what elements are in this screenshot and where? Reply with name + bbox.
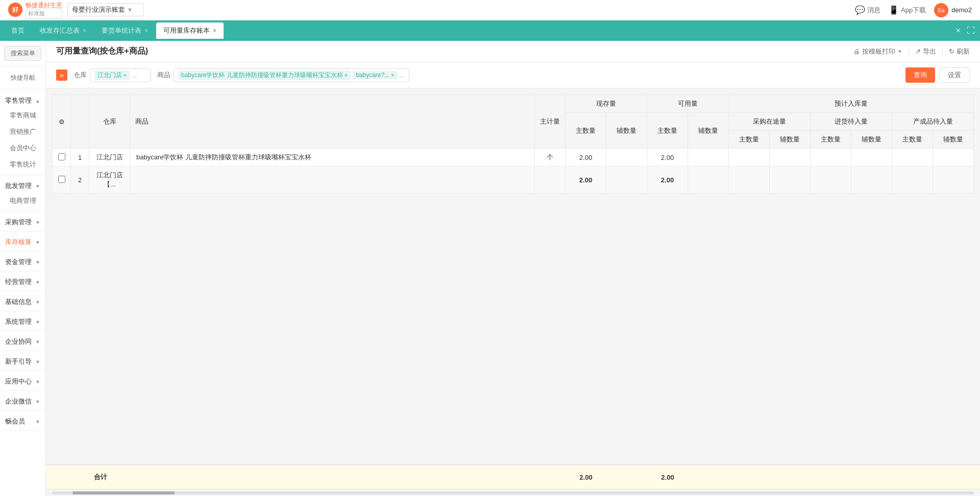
double-arrow-icon: » [60, 71, 64, 79]
product-tag-babycare: babycare学饮杯 儿童防摔防撞吸管杯重力球吸嘴杯宝宝水杯 × [178, 70, 351, 80]
print-label: 按模板打印 [862, 47, 895, 56]
divider-2 [942, 48, 943, 55]
app-download-label: App下载 [901, 6, 926, 15]
industry-select[interactable]: 母婴行业演示账套 ▼ [67, 3, 144, 16]
user-avatar-area[interactable]: Ea demo2 [934, 3, 972, 17]
sidebar-search-area: 搜索菜单 [0, 41, 45, 66]
industry-select-text: 母婴行业演示账套 [72, 5, 125, 14]
tabbar-actions: × ⛶ [955, 25, 976, 36]
logo-area: 好 畅捷通好生意 标准版 [8, 2, 62, 18]
sidebar-group-operation-header[interactable]: 经营管理 ▼ [0, 273, 45, 289]
sidebar-group-finance-header[interactable]: 资金管理 ▼ [0, 253, 45, 269]
sidebar-group-guide-header[interactable]: 新手引导 ▼ [0, 353, 45, 368]
search-menu-button[interactable]: 搜索菜单 [4, 46, 41, 61]
sidebar-group-wholesale-header[interactable]: 批发管理 ▼ [0, 177, 45, 193]
footer-label: 合计 [89, 469, 130, 485]
filter-expand-button[interactable]: » [56, 69, 67, 81]
tab-home-label: 首页 [11, 26, 24, 35]
sidebar-group-collab-header[interactable]: 企业协同 ▼ [0, 333, 45, 348]
footer-empty-1 [52, 469, 70, 485]
scrollbar-thumb[interactable] [72, 491, 175, 494]
row-2-available-main: 2.00 [647, 167, 688, 194]
export-button[interactable]: ↗ 导出 [915, 47, 936, 56]
table-header-purchased-transit: 采购在途量 [729, 113, 811, 131]
table-header-finished-sub: 辅数量 [933, 131, 974, 149]
row-1-checkbox[interactable] [53, 149, 71, 167]
close-all-tabs-button[interactable]: × [955, 25, 962, 36]
logo-text-line1: 畅捷通好生意 [26, 2, 62, 9]
chevron-up-icon: ▲ [35, 98, 40, 104]
table-header-available-sub: 辅数量 [688, 113, 729, 149]
refresh-label: 刷新 [957, 47, 970, 56]
warehouse-tags-input[interactable]: 江北门店 × ... [90, 68, 151, 82]
warehouse-filter: 仓库 江北门店 × ... [74, 68, 151, 82]
footer-available-main: 2.00 [647, 469, 688, 485]
sidebar-group-appstore-label: 应用中心 [5, 377, 32, 386]
row-2-finished-main [892, 167, 933, 194]
horizontal-scrollbar[interactable] [46, 489, 980, 496]
table-header-finished-main: 主数量 [892, 131, 933, 149]
row-1-goods-main [811, 149, 851, 167]
sidebar-item-ecommerce[interactable]: 电商管理 [0, 193, 45, 209]
settings-button[interactable]: 设置 [939, 67, 970, 83]
sidebar-item-member-center[interactable]: 会员中心 [0, 140, 45, 156]
warehouse-more-button[interactable]: ... [132, 72, 137, 79]
tab-receive[interactable]: 收发存汇总表 × [33, 22, 93, 39]
tab-available-stock[interactable]: 可用量库存账本 × [156, 22, 224, 39]
row-2-purchased-sub [770, 167, 811, 194]
sidebar-item-retail-stats[interactable]: 零售统计 [0, 156, 45, 173]
warehouse-tag-close[interactable]: × [124, 72, 127, 78]
row-1-unit: 个 [535, 149, 566, 167]
tab-order-stats[interactable]: 要货单统计表 × [94, 22, 155, 39]
sidebar-item-marketing[interactable]: 营销推广 [0, 124, 45, 140]
row-2-finished-sub [933, 167, 974, 194]
table-header-settings[interactable]: ⚙ [53, 95, 71, 149]
sidebar-group-system-label: 系统管理 [5, 317, 32, 326]
row-1-product: babycare学饮杯 儿童防摔防撞吸管杯重力球吸嘴杯宝宝水杯 [130, 149, 535, 167]
tab-order-stats-close[interactable]: × [144, 27, 148, 34]
sidebar-group-inventory-header[interactable]: 库存核算 ▼ [0, 233, 45, 249]
product-tag-close[interactable]: × [345, 72, 348, 78]
sidebar-group-basic-header[interactable]: 基础信息 ▼ [0, 293, 45, 309]
sidebar-group-wechat-biz-header[interactable]: 企业微信 ▼ [0, 393, 45, 408]
page-actions: 🖨 按模板打印 ▼ ↗ 导出 ↻ 刷新 [853, 47, 970, 56]
print-template-button[interactable]: 🖨 按模板打印 ▼ [853, 47, 902, 56]
footer-unit-empty [535, 469, 566, 485]
sidebar-item-retail-mall[interactable]: 零售商城 [0, 107, 45, 124]
print-icon: 🖨 [853, 48, 860, 55]
app-download-button[interactable]: 📱 App下载 [889, 5, 926, 15]
sidebar-group-wechat-biz-label: 企业微信 [5, 397, 32, 406]
tab-available-stock-close[interactable]: × [213, 27, 216, 34]
product-more-button[interactable]: ... [400, 72, 405, 79]
table-header-current-main: 主数量 [566, 113, 606, 149]
product-tags-input[interactable]: babycare学饮杯 儿童防摔防撞吸管杯重力球吸嘴杯宝宝水杯 × babyca… [174, 68, 409, 82]
fullscreen-button[interactable]: ⛶ [966, 25, 976, 36]
sidebar-group-appstore-header[interactable]: 应用中心 ▼ [0, 373, 45, 388]
logo-icon: 好 [8, 3, 22, 17]
sidebar-group-retail-header[interactable]: 零售管理 ▲ [0, 92, 45, 107]
sidebar-item-quick-nav[interactable]: 快捷导航 [0, 70, 45, 85]
message-button[interactable]: 💬 消息 [855, 5, 880, 15]
tab-home[interactable]: 首页 [4, 22, 32, 39]
footer-product-empty [130, 469, 535, 485]
product-tag-text: babycare学饮杯 儿童防摔防撞吸管杯重力球吸嘴杯宝宝水杯 [181, 71, 343, 80]
query-button[interactable]: 查询 [905, 67, 935, 83]
sidebar-group-member-header[interactable]: 畅会员 ▼ [0, 413, 45, 428]
row-2-product [130, 167, 535, 194]
table-header-current-stock: 现存量 [566, 95, 647, 113]
row-2-checkbox[interactable] [53, 167, 71, 194]
product-tag-close2[interactable]: × [391, 72, 394, 78]
table-header-rownum [71, 95, 89, 149]
sidebar-group-purchase-header[interactable]: 采购管理 ▼ [0, 214, 45, 229]
sidebar-group-system-header[interactable]: 系统管理 ▼ [0, 313, 45, 328]
tab-receive-close[interactable]: × [83, 27, 86, 34]
sidebar-group-finance: 资金管理 ▼ [0, 251, 45, 271]
sidebar-group-purchase-label: 采购管理 [5, 218, 32, 227]
chevron-down-icon-12: ▼ [35, 399, 40, 405]
table-row: 1 江北门店 babycare学饮杯 儿童防摔防撞吸管杯重力球吸嘴杯宝宝水杯 个… [53, 149, 974, 167]
standard-badge: 标准版 [26, 9, 62, 18]
warehouse-tag-jiangbei: 江北门店 × [94, 70, 130, 80]
row-1-finished-sub [933, 149, 974, 167]
refresh-button[interactable]: ↻ 刷新 [949, 47, 970, 56]
table-row: 2 江北门店【... 2.00 2.00 [53, 167, 974, 194]
